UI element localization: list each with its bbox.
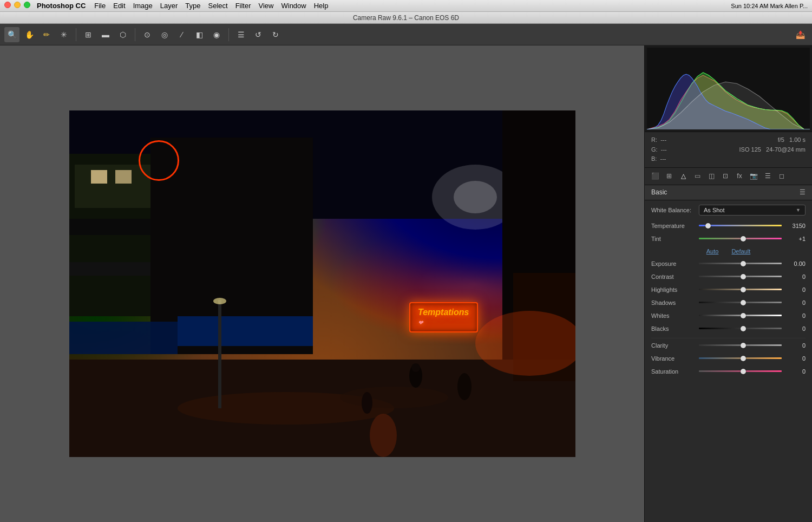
menu-type[interactable]: Type: [185, 2, 200, 10]
clarity-value: 0: [786, 342, 806, 349]
contrast-slider[interactable]: [699, 273, 782, 280]
svg-rect-15: [178, 316, 313, 346]
auto-button[interactable]: Auto: [706, 248, 719, 255]
exposure-thumb[interactable]: [741, 261, 746, 266]
detail-icon[interactable]: ◫: [705, 170, 717, 182]
zoom-tool-button[interactable]: 🔍: [4, 27, 19, 42]
svg-point-19: [411, 363, 420, 372]
rotate-cw-button[interactable]: ↻: [268, 27, 283, 42]
menu-help[interactable]: Help: [314, 2, 329, 10]
menu-filter[interactable]: Filter: [235, 2, 251, 10]
hand-tool-button[interactable]: ✋: [22, 27, 37, 42]
blacks-row: Blacks 0: [651, 325, 806, 332]
saturation-thumb[interactable]: [741, 369, 746, 374]
temperature-row: Temperature 3150: [651, 222, 806, 230]
camera-cal-icon[interactable]: 📷: [748, 170, 759, 182]
temperature-thumb[interactable]: [705, 223, 711, 229]
contrast-thumb[interactable]: [741, 274, 746, 279]
transform-tool-button[interactable]: ⬡: [115, 27, 130, 42]
temperature-slider[interactable]: [699, 222, 782, 230]
tint-slider[interactable]: [699, 235, 782, 243]
vibrance-label: Vibrance: [651, 355, 695, 362]
menu-edit[interactable]: Edit: [113, 2, 125, 10]
clarity-label: Clarity: [651, 342, 695, 349]
whites-row: Whites 0: [651, 312, 806, 319]
whites-label: Whites: [651, 312, 695, 319]
menu-items: File Edit Image Layer Type Select Filter…: [94, 2, 328, 10]
histogram-svg: [647, 48, 810, 129]
fx-icon[interactable]: fx: [734, 170, 745, 182]
camera-info: f/5 1.00 s ISO 125 24-70@24 mm: [739, 135, 806, 154]
exposure-slider[interactable]: [699, 260, 782, 267]
blacks-thumb[interactable]: [741, 326, 746, 331]
tone-curve-icon[interactable]: △: [677, 170, 689, 182]
close-button[interactable]: [4, 2, 11, 8]
spot-removal-button[interactable]: ⊙: [140, 27, 155, 42]
default-button[interactable]: Default: [731, 248, 750, 255]
minimize-button[interactable]: [14, 2, 21, 8]
saturation-slider[interactable]: [699, 368, 782, 375]
shadows-slider[interactable]: [699, 299, 782, 306]
svg-rect-16: [218, 300, 221, 408]
lens-icon[interactable]: ⊡: [719, 170, 731, 182]
blacks-slider[interactable]: [699, 325, 782, 332]
adjustment-brush-button[interactable]: ∕: [174, 27, 189, 42]
panel-menu-icon[interactable]: ☰: [800, 188, 806, 196]
svg-point-20: [457, 373, 472, 400]
saturation-label: Saturation: [651, 368, 695, 375]
scene-svg: [69, 110, 575, 457]
open-in-photoshop-button[interactable]: 📤: [793, 27, 808, 42]
white-balance-tool-button[interactable]: ✏: [39, 27, 54, 42]
whites-slider[interactable]: [699, 312, 782, 319]
crop-tool-button[interactable]: ⊞: [81, 27, 96, 42]
straighten-tool-button[interactable]: ▬: [98, 27, 113, 42]
snapshots-icon[interactable]: ◻: [776, 170, 788, 182]
preferences-button[interactable]: ☰: [233, 27, 248, 42]
menu-layer[interactable]: Layer: [160, 2, 178, 10]
radial-filter-button[interactable]: ◉: [209, 27, 224, 42]
panel-icons: ⬛ ⊞ △ ▭ ◫ ⊡ fx 📷 ☰ ◻: [645, 168, 812, 185]
menu-view[interactable]: View: [259, 2, 274, 10]
hsl-icon[interactable]: ▭: [691, 170, 703, 182]
tint-thumb[interactable]: [741, 236, 746, 242]
highlights-slider[interactable]: [699, 286, 782, 293]
tint-row: Tint +1: [651, 235, 806, 243]
whites-thumb[interactable]: [741, 313, 746, 318]
iso-lens: ISO 125 24-70@24 mm: [739, 145, 806, 155]
graduated-filter-button[interactable]: ◧: [192, 27, 207, 42]
wb-label: White Balance:: [651, 207, 695, 213]
menu-file[interactable]: File: [94, 2, 106, 10]
canvas-area[interactable]: Temptations ❤: [0, 45, 644, 522]
clarity-slider[interactable]: [699, 342, 782, 349]
menu-window[interactable]: Window: [281, 2, 306, 10]
shadows-thumb[interactable]: [741, 300, 746, 305]
histogram-tab-icon[interactable]: ⬛: [649, 170, 661, 182]
color-sampler-button[interactable]: ✳: [56, 27, 71, 42]
basic-tab-icon[interactable]: ⊞: [663, 170, 675, 182]
info-panel: R: --- G: --- B: --- f/5 1.00 s: [645, 132, 812, 168]
presets-icon[interactable]: ☰: [762, 170, 774, 182]
clarity-thumb[interactable]: [741, 343, 746, 348]
blacks-label: Blacks: [651, 325, 695, 332]
maximize-button[interactable]: [24, 2, 30, 8]
street-scene: Temptations ❤: [69, 110, 575, 457]
whites-value: 0: [786, 312, 806, 319]
vibrance-slider[interactable]: [699, 355, 782, 362]
vibrance-thumb[interactable]: [741, 356, 746, 361]
red-eye-button[interactable]: ◎: [157, 27, 172, 42]
menu-image[interactable]: Image: [133, 2, 153, 10]
clarity-row: Clarity 0: [651, 342, 806, 349]
blacks-value: 0: [786, 325, 806, 332]
photo-canvas: Temptations ❤: [69, 110, 575, 457]
contrast-row: Contrast 0: [651, 273, 806, 280]
highlights-value: 0: [786, 286, 806, 293]
menu-select[interactable]: Select: [208, 2, 227, 10]
panel-title-bar: Basic ☰: [645, 185, 812, 200]
toolbar-separator-3: [228, 28, 229, 41]
rotate-ccw-button[interactable]: ↺: [251, 27, 266, 42]
vibrance-value: 0: [786, 355, 806, 362]
toolbar-separator-1: [76, 28, 76, 41]
white-balance-select[interactable]: As Shot ▼: [699, 205, 806, 216]
highlights-thumb[interactable]: [741, 287, 746, 292]
saturation-row: Saturation 0: [651, 368, 806, 375]
